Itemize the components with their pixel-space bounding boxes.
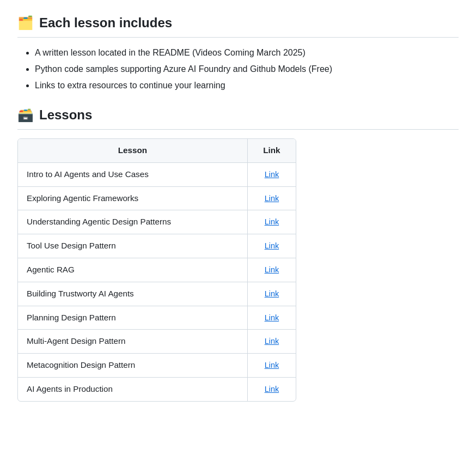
lesson-link[interactable]: Link — [265, 217, 279, 226]
table-row: Multi-Agent Design PatternLink — [18, 330, 296, 354]
lesson-link[interactable]: Link — [265, 337, 279, 345]
lesson-cell: Agentic RAG — [18, 258, 247, 282]
lessons-table-wrapper: Lesson Link Intro to AI Agents and Use C… — [17, 138, 296, 402]
lesson-cell: AI Agents in Production — [18, 377, 247, 401]
table-row: Building Trustworty AI AgentsLink — [18, 282, 296, 306]
table-row: Understanding Agentic Design PatternsLin… — [18, 210, 296, 234]
lesson-cell: Understanding Agentic Design Patterns — [18, 210, 247, 234]
lesson-link[interactable]: Link — [265, 385, 279, 393]
lessons-table: Lesson Link Intro to AI Agents and Use C… — [18, 139, 296, 401]
lesson-link[interactable]: Link — [265, 194, 279, 203]
lesson-link[interactable]: Link — [265, 313, 279, 322]
table-row: Metacognition Design PatternLink — [18, 354, 296, 378]
lesson-link[interactable]: Link — [265, 361, 279, 369]
lesson-cell: Planning Design Pattern — [18, 306, 247, 330]
col-link-header: Link — [247, 139, 296, 162]
table-row: Exploring Agentic FrameworksLink — [18, 186, 296, 210]
table-row: Agentic RAGLink — [18, 258, 296, 282]
link-cell: Link — [247, 354, 296, 378]
each-lesson-section: 🗂️ Each lesson includes A written lesson… — [17, 13, 459, 92]
list-item: Python code samples supporting Azure AI … — [35, 63, 459, 76]
table-row: Planning Design PatternLink — [18, 306, 296, 330]
link-cell: Link — [247, 377, 296, 401]
each-lesson-heading: 🗂️ Each lesson includes — [17, 13, 459, 38]
link-cell: Link — [247, 162, 296, 186]
lesson-cell: Tool Use Design Pattern — [18, 234, 247, 258]
lesson-link[interactable]: Link — [265, 241, 279, 250]
lessons-emoji: 🗃️ — [17, 105, 34, 125]
col-lesson-header: Lesson — [18, 139, 247, 162]
lesson-cell: Metacognition Design Pattern — [18, 354, 247, 378]
lesson-link[interactable]: Link — [265, 289, 279, 298]
lesson-cell: Intro to AI Agents and Use Cases — [18, 162, 247, 186]
lessons-heading-text: Lessons — [39, 105, 92, 125]
lesson-link[interactable]: Link — [265, 170, 279, 179]
table-row: Intro to AI Agents and Use CasesLink — [18, 162, 296, 186]
lesson-cell: Building Trustworty AI Agents — [18, 282, 247, 306]
lessons-heading: 🗃️ Lessons — [17, 105, 459, 130]
link-cell: Link — [247, 258, 296, 282]
lesson-cell: Multi-Agent Design Pattern — [18, 330, 247, 354]
table-header-row: Lesson Link — [18, 139, 296, 162]
lessons-section: 🗃️ Lessons Lesson Link Intro to AI Agent… — [17, 105, 459, 405]
lesson-cell: Exploring Agentic Frameworks — [18, 186, 247, 210]
link-cell: Link — [247, 306, 296, 330]
list-item: Links to extra resources to continue you… — [35, 79, 459, 92]
link-cell: Link — [247, 330, 296, 354]
each-lesson-heading-text: Each lesson includes — [39, 13, 172, 33]
link-cell: Link — [247, 234, 296, 258]
link-cell: Link — [247, 210, 296, 234]
table-row: Tool Use Design PatternLink — [18, 234, 296, 258]
link-cell: Link — [247, 186, 296, 210]
each-lesson-list: A written lesson located in the README (… — [17, 46, 459, 92]
list-item: A written lesson located in the README (… — [35, 46, 459, 59]
lesson-link[interactable]: Link — [265, 265, 279, 274]
each-lesson-emoji: 🗂️ — [17, 13, 34, 33]
link-cell: Link — [247, 282, 296, 306]
table-row: AI Agents in ProductionLink — [18, 377, 296, 401]
